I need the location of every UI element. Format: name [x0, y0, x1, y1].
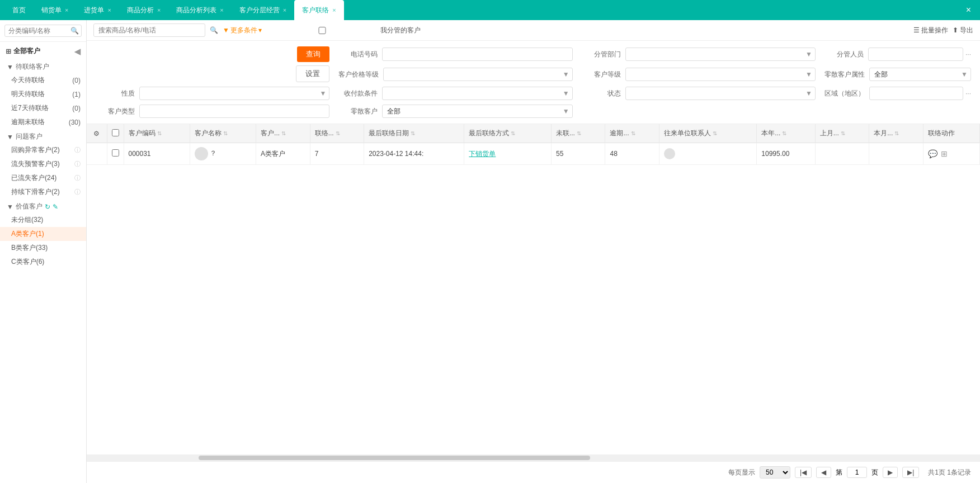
way-sort-icon[interactable]: ⇅	[511, 130, 515, 136]
export-button[interactable]: ⬆ 导出	[953, 26, 973, 35]
page-size-select[interactable]: 50 100 200	[760, 466, 790, 479]
sidebar-item-tomorrow[interactable]: 明天待联络(1)	[0, 87, 86, 101]
sidebar-search-icon[interactable]: 🔍	[70, 27, 79, 35]
more-conditions-btn[interactable]: ▼ 更多条件 ▾	[223, 26, 262, 35]
filter-price-level: 客户价格等级 ▼	[338, 68, 572, 81]
customer-avatar	[195, 147, 208, 160]
level-sort-icon[interactable]: ⇅	[281, 130, 286, 136]
sidebar-item-c-class[interactable]: C类客户(6)	[0, 255, 86, 269]
sidebar-item-churned[interactable]: 已流失客户(24) ⓘ	[0, 171, 86, 185]
close-purchase-icon[interactable]: ×	[107, 7, 111, 13]
contact-avatar	[664, 148, 675, 159]
settings-button[interactable]: 设置	[296, 65, 329, 82]
filter-phone: 电话号码	[338, 48, 572, 61]
sidebar-item-b-class[interactable]: B类客户(33)	[0, 241, 86, 255]
retail-attr-select[interactable]: 全部	[869, 68, 971, 81]
filter-search-icon[interactable]: 🔍	[210, 26, 218, 34]
filter-customer-level: 客户等级 ▼	[582, 68, 816, 81]
prev-page-btn[interactable]: ◀	[816, 467, 831, 478]
filter-dept: 分管部门 ▼	[582, 48, 816, 61]
horizontal-scrollbar[interactable]	[87, 454, 980, 461]
sidebar-item-repurchase[interactable]: 回购异常客户(2) ⓘ	[0, 143, 86, 157]
first-page-btn[interactable]: |◀	[795, 467, 812, 478]
nav-home[interactable]: 首页	[4, 0, 34, 20]
col-settings[interactable]: ⚙	[87, 124, 107, 143]
search-input[interactable]	[93, 23, 205, 37]
batch-op-button[interactable]: ☰ 批量操作	[913, 26, 948, 35]
my-customers-checkbox-label[interactable]: 我分管的客户	[266, 26, 421, 35]
close-analysis-icon[interactable]: ×	[157, 7, 161, 13]
status-select[interactable]	[625, 87, 816, 100]
sidebar-item-overdue[interactable]: 逾期未联络(30)	[0, 115, 86, 129]
sidebar-item-ungroup[interactable]: 未分组(32)	[0, 213, 86, 227]
date-sort-icon[interactable]: ⇅	[411, 130, 415, 136]
customer-type-input[interactable]	[139, 105, 329, 118]
filter-retail-attr: 零散客户属性 全部 ▼	[824, 68, 971, 81]
lmonth-sort-icon[interactable]: ⇅	[841, 130, 845, 136]
nav-purchase[interactable]: 进货单 ×	[76, 0, 119, 20]
overdue-sort-icon[interactable]: ⇅	[631, 130, 635, 136]
nav-analysis-list[interactable]: 商品分析列表 ×	[168, 0, 231, 20]
region-input[interactable]	[869, 87, 963, 100]
sidebar-all-customers[interactable]: ⊞ 全部客户 ◀	[0, 42, 86, 59]
person-input[interactable]	[868, 48, 963, 61]
sidebar-group-pending[interactable]: ▼ 待联络客户	[0, 59, 86, 73]
price-level-select[interactable]	[383, 68, 572, 81]
next-page-btn[interactable]: ▶	[883, 467, 898, 478]
my-customers-checkbox[interactable]	[266, 27, 378, 34]
person-sort-icon[interactable]: ⇅	[713, 130, 717, 136]
chat-action-icon[interactable]: 💬	[928, 149, 937, 158]
page-number-input[interactable]	[847, 467, 867, 478]
nav-analysis[interactable]: 商品分析 ×	[119, 0, 168, 20]
value-refresh-icon[interactable]: ↻	[45, 203, 50, 211]
select-all-checkbox[interactable]	[112, 129, 119, 136]
phone-input[interactable]	[382, 48, 572, 61]
sidebar-item-today[interactable]: 今天待联络(0)	[0, 73, 86, 87]
person-dots-icon[interactable]: ···	[965, 50, 971, 58]
last-way-link[interactable]: 下销货单	[469, 150, 496, 158]
retail-select[interactable]: 全部	[382, 105, 572, 118]
uncontacted-sort-icon[interactable]: ⇅	[577, 130, 581, 136]
sidebar-item-a-class[interactable]: A类客户(1)	[0, 227, 86, 241]
query-button[interactable]: 查询	[297, 46, 329, 62]
nature-select[interactable]	[139, 87, 329, 100]
sidebar-item-declining[interactable]: 持续下滑客户(2) ⓘ	[0, 185, 86, 199]
close-contact-icon[interactable]: ×	[332, 7, 336, 13]
export-icon: ⬆	[953, 26, 958, 34]
sidebar-item-churn-warning[interactable]: 流失预警客户(3) ⓘ	[0, 157, 86, 171]
nav-customer-segment[interactable]: 客户分层经营 ×	[232, 0, 294, 20]
close-analysis-list-icon[interactable]: ×	[220, 7, 223, 13]
grid-action-icon[interactable]: ⊞	[941, 149, 948, 158]
nav-sales[interactable]: 销货单 ×	[34, 0, 76, 20]
sidebar-group-problem[interactable]: ▼ 问题客户	[0, 129, 86, 143]
filter-region: 区域（地区） ···	[824, 87, 971, 100]
dept-select[interactable]	[625, 48, 816, 61]
filter-person: 分管人员 ···	[824, 48, 971, 61]
region-dots-icon[interactable]: ···	[965, 89, 971, 97]
last-page-btn[interactable]: ▶|	[902, 467, 919, 478]
sidebar-group-value[interactable]: ▼ 价值客户 ↻ ✎	[0, 199, 86, 213]
collapse-all-icon[interactable]: ◀	[74, 47, 81, 56]
batch-icon: ☰	[913, 26, 920, 34]
info-icon-churned: ⓘ	[74, 174, 81, 182]
value-edit-icon[interactable]: ✎	[53, 203, 58, 211]
row-last-date: 2023-04-12 14:44:	[364, 143, 464, 165]
payment-select[interactable]	[382, 87, 572, 100]
customer-level-select[interactable]	[625, 68, 816, 81]
nav-customer-contact[interactable]: 客户联络 ×	[294, 0, 343, 20]
row-select-checkbox[interactable]	[112, 149, 119, 157]
code-sort-icon[interactable]: ⇅	[157, 130, 162, 136]
year-sort-icon[interactable]: ⇅	[782, 130, 786, 136]
col-contact-count: 联络...⇅	[310, 124, 364, 143]
sidebar-item-7days[interactable]: 近7天待联络(0)	[0, 101, 86, 115]
cmonth-sort-icon[interactable]: ⇅	[894, 130, 899, 136]
close-all-tabs[interactable]: ×	[962, 5, 976, 15]
close-segment-icon[interactable]: ×	[283, 7, 286, 13]
filter-customer-type: 客户类型	[96, 105, 329, 118]
name-sort-icon[interactable]: ⇅	[223, 130, 228, 136]
close-sales-icon[interactable]: ×	[65, 7, 68, 13]
scrollbar-thumb[interactable]	[199, 456, 590, 460]
contact-sort-icon[interactable]: ⇅	[336, 130, 340, 136]
row-contact-person	[659, 143, 757, 165]
table-row: 000031 ？ A类客户 7	[87, 143, 980, 165]
